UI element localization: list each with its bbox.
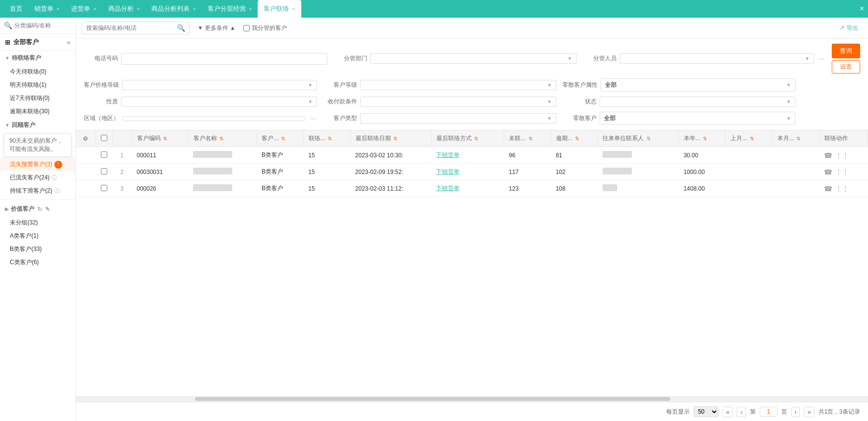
col-this-year[interactable]: 本年... ⇅ <box>678 130 725 147</box>
payment-select[interactable]: ▼ <box>360 97 556 107</box>
col-name[interactable]: 客户名称 ⇅ <box>188 130 257 147</box>
sidebar-search-input[interactable] <box>14 22 72 29</box>
more-conditions-btn[interactable]: ▼ 更多条件 ▲ <box>193 22 240 34</box>
cell-partner-3 <box>598 180 678 197</box>
customer-type-select[interactable]: ▼ <box>360 113 556 124</box>
col-overdue[interactable]: 逾期... ⇅ <box>551 130 598 147</box>
dept-label: 分管部门 <box>333 54 367 63</box>
tab-purchase-order[interactable]: 进货单 × <box>65 0 102 18</box>
sidebar-all-customers[interactable]: ⊞ 全部客户 « <box>0 34 75 51</box>
col-code[interactable]: 客户编码 ⇅ <box>132 130 188 147</box>
sidebar-item-week-pending[interactable]: 近7天待联络(0) <box>0 92 75 105</box>
sidebar-group-review[interactable]: ▼ 回顾客户 <box>0 118 75 132</box>
contact-icon-3[interactable]: ☎ <box>824 185 832 193</box>
more-btn-region[interactable]: ··· <box>308 113 317 124</box>
col-not-contacted[interactable]: 未联... ⇅ <box>504 130 551 147</box>
tab-sales-order[interactable]: 销货单 × <box>28 0 65 18</box>
export-button[interactable]: ↗ 导出 <box>836 22 862 34</box>
sort-icon-name: ⇅ <box>219 136 223 141</box>
filter-retail-attr: 零散客户属性 全部 ▼ <box>562 78 796 92</box>
col-contact[interactable]: 联络... ⇅ <box>304 130 351 147</box>
sidebar-item-overdue-pending[interactable]: 逾期未联络(30) <box>0 105 75 118</box>
tab-product-analysis[interactable]: 商品分析 × <box>102 0 145 18</box>
my-customers-filter[interactable]: 我分管的客户 <box>243 24 287 32</box>
col-partner[interactable]: 往来单位联系人 ⇅ <box>598 130 678 147</box>
customer-tier-select[interactable]: ▼ <box>360 80 556 90</box>
col-last-method[interactable]: 最后联络方式 ⇅ <box>431 130 504 147</box>
sidebar-item-class-a[interactable]: A类客户(1) <box>0 229 75 243</box>
link-sales-order-1[interactable]: 下销货单 <box>436 151 459 158</box>
sidebar-item-today-pending[interactable]: 今天待联络(0) <box>0 65 75 78</box>
edit-icon-value[interactable]: ✎ <box>45 206 50 213</box>
row-checkbox-3[interactable] <box>101 185 107 191</box>
nature-select[interactable]: ▼ <box>121 97 317 107</box>
retail-customer-select[interactable]: 全部 ▼ <box>600 112 796 125</box>
chevron-up-icon: ▲ <box>230 25 236 31</box>
refresh-icon-value[interactable]: ↻ <box>37 206 42 213</box>
prev-page-btn[interactable]: ‹ <box>737 407 746 417</box>
retail-attr-select[interactable]: 全部 ▼ <box>601 78 796 92</box>
last-page-btn[interactable]: » <box>804 407 814 417</box>
manager-select[interactable]: ▼ <box>620 53 814 64</box>
tooltip-churn-risk: 90天未交易的客户，可能有流失风险。 <box>4 133 72 157</box>
sidebar-group-pending[interactable]: ▼ 待联络客户 <box>0 51 75 65</box>
price-tier-select[interactable]: ▼ <box>122 80 317 90</box>
close-purchase-order[interactable]: × <box>93 6 96 12</box>
settings-button[interactable]: 设置 <box>832 60 860 74</box>
menu-icon-3[interactable]: ⋮⋮ <box>835 185 849 193</box>
region-select[interactable] <box>122 116 305 121</box>
status-select[interactable]: ▼ <box>600 97 796 107</box>
tab-product-analysis-list[interactable]: 商品分析列表 × <box>145 0 201 18</box>
col-last-month[interactable]: 上月... ⇅ <box>725 130 772 147</box>
scrollbar-thumb[interactable] <box>195 397 670 401</box>
phone-input[interactable] <box>121 53 327 65</box>
close-product-analysis-list[interactable]: × <box>193 6 195 12</box>
menu-icon-1[interactable]: ⋮⋮ <box>835 151 849 159</box>
row-checkbox-2[interactable] <box>101 168 107 174</box>
sidebar-item-ungrouped[interactable]: 未分组(32) <box>0 216 75 229</box>
page-number-input[interactable] <box>760 407 777 417</box>
contact-icon-2[interactable]: ☎ <box>824 168 832 176</box>
col-last-date[interactable]: 最后联络日期 ⇅ <box>350 130 431 147</box>
select-all-checkbox[interactable] <box>101 135 107 141</box>
close-product-analysis[interactable]: × <box>137 6 140 12</box>
filter-region: 区域（地区） ··· <box>84 113 317 124</box>
sidebar-group-value[interactable]: ▶ 价值客户 ↻ ✎ <box>0 202 75 216</box>
sidebar-item-class-c[interactable]: C类客户(6) <box>0 256 75 269</box>
link-sales-order-2[interactable]: 下销货单 <box>436 168 459 175</box>
link-sales-order-3[interactable]: 下销货单 <box>436 185 459 192</box>
col-type[interactable]: 客户... ⇅ <box>257 130 304 147</box>
row-checkbox-1[interactable] <box>101 151 107 158</box>
settings-gear-icon[interactable]: ⚙ <box>83 135 88 142</box>
collapse-sidebar-icon[interactable]: « <box>67 38 71 46</box>
next-page-btn[interactable]: › <box>791 407 800 417</box>
dept-select[interactable]: ▼ <box>370 53 577 64</box>
contact-icon-1[interactable]: ☎ <box>824 151 832 159</box>
my-customers-checkbox[interactable] <box>243 25 250 31</box>
tab-customer-tier[interactable]: 客户分层经营 × <box>202 0 258 18</box>
sidebar-item-churned[interactable]: 已流失客户(24) ⓘ <box>0 171 75 184</box>
close-customer-tier[interactable]: × <box>249 6 252 12</box>
close-sales-order[interactable]: × <box>56 6 59 12</box>
cell-last-date-1: 2023-03-02 10:30: <box>350 147 431 164</box>
customer-table: ⚙ 客户编码 ⇅ 客户名称 ⇅ <box>76 130 868 197</box>
customer-table-container: ⚙ 客户编码 ⇅ 客户名称 ⇅ <box>76 130 868 396</box>
filter-icon: ▼ <box>197 25 203 31</box>
sidebar-item-declining[interactable]: 持续下滑客户(2) ⓘ <box>0 184 75 198</box>
tab-home[interactable]: 首页 <box>4 0 28 18</box>
query-button[interactable]: 查询 <box>832 44 860 58</box>
sidebar-item-churn-warning[interactable]: 流失预警客户(3) ! <box>0 158 75 171</box>
first-page-btn[interactable]: « <box>723 407 733 417</box>
close-customer-contact[interactable]: × <box>292 6 295 12</box>
sidebar-item-class-b[interactable]: B类客户(33) <box>0 243 75 256</box>
tab-customer-contact[interactable]: 客户联络 × <box>258 0 301 18</box>
horizontal-scrollbar[interactable] <box>76 396 868 402</box>
col-this-month[interactable]: 本月... ⇅ <box>772 130 820 147</box>
sidebar-item-tomorrow-pending[interactable]: 明天待联络(1) <box>0 78 75 92</box>
more-btn-manager[interactable]: ··· <box>817 53 826 64</box>
window-close-button[interactable]: × <box>860 4 864 13</box>
menu-icon-2[interactable]: ⋮⋮ <box>835 168 849 176</box>
filter-search-icon[interactable]: 🔍 <box>177 24 185 32</box>
per-page-select[interactable]: 50 20 100 <box>694 406 719 417</box>
filter-search-input[interactable] <box>86 25 175 31</box>
